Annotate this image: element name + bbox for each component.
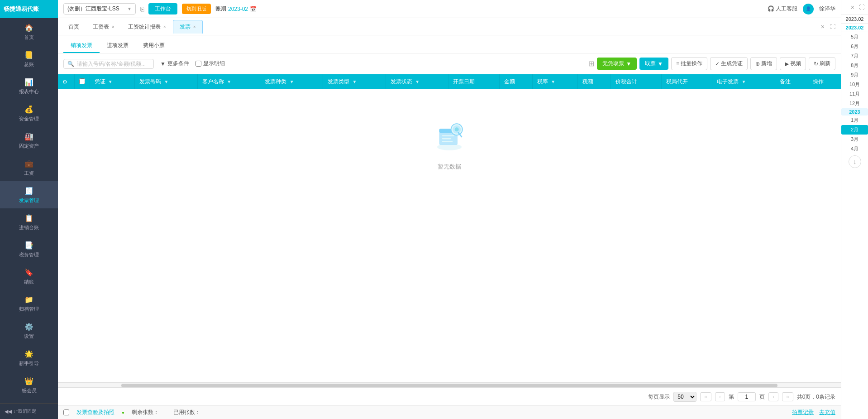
help-link[interactable]: 去充值 xyxy=(819,409,835,416)
copy-icon[interactable]: ⎘ xyxy=(140,5,144,13)
generate-voucher-button[interactable]: ✓ 生成凭证 xyxy=(710,57,748,70)
subtab-sales-invoice[interactable]: 销项发票 xyxy=(63,39,100,53)
tab-invoice-close[interactable]: × xyxy=(193,24,196,29)
sidebar-item-invoice[interactable]: 🧾 发票管理 xyxy=(0,181,58,208)
buy-link[interactable]: 拍票记录 xyxy=(792,409,814,416)
date-month-5[interactable]: 5月 xyxy=(841,32,868,42)
panel-expand-button[interactable]: ⛶ xyxy=(828,22,837,32)
refresh-label: 刷新 xyxy=(820,60,830,67)
refresh-button[interactable]: ↻ 刷新 xyxy=(809,57,835,70)
date-month-11[interactable]: 11月 xyxy=(841,89,868,99)
invoice-icon: 🧾 xyxy=(24,187,33,195)
prev-page-button[interactable]: ‹ xyxy=(715,392,725,401)
tab-home-label: 首页 xyxy=(68,23,79,31)
date-month-6[interactable]: 6月 xyxy=(841,42,868,51)
first-page-button[interactable]: « xyxy=(700,392,711,401)
date-month-2[interactable]: 2月 xyxy=(841,125,868,135)
tab-salary-table-close[interactable]: × xyxy=(112,24,114,29)
tabs-bar: 首页 工资表 × 工资统计报表 × 发票 × × ⛶ xyxy=(58,18,841,35)
no-voucher-button[interactable]: 无凭取票 ▼ xyxy=(597,58,637,70)
verify-checkbox[interactable] xyxy=(63,409,69,415)
date-sidebar-close[interactable]: × xyxy=(849,2,856,13)
tax-icon: 📑 xyxy=(24,241,33,250)
sidebar-item-settings[interactable]: ⚙️ 设置 xyxy=(0,317,58,344)
sidebar-item-member[interactable]: 👑 畅会员 xyxy=(0,371,58,399)
verify-label: 发票查验及拍照 xyxy=(76,409,114,416)
sidebar-logo: 畅捷通易代账 xyxy=(0,0,58,18)
subtab-expense-receipt[interactable]: 费用小票 xyxy=(136,39,172,53)
voucher-button[interactable]: 取票 ▼ xyxy=(639,58,668,70)
archive-icon: 📁 xyxy=(24,295,33,304)
sidebar-item-label: 新手引导 xyxy=(19,360,39,367)
table-container: ⚙ 凭证 ▼ 发票号码 ▼ 客户名称 ▼ 发票种类 ▼ 发票类型 ▼ 发票状态 … xyxy=(58,74,841,382)
headset-icon: 🎧 xyxy=(768,5,774,12)
sidebar-item-fixed[interactable]: 🏭 固定资产 xyxy=(0,127,58,154)
date-month-9[interactable]: 9月 xyxy=(841,70,868,80)
new-button[interactable]: ⊕ 新增 xyxy=(750,57,777,70)
tab-salary-table[interactable]: 工资表 × xyxy=(86,20,121,34)
date-month-4[interactable]: 4月 xyxy=(841,144,868,154)
user-service[interactable]: 🎧 人工客服 xyxy=(768,5,797,13)
video-label: 视频 xyxy=(790,60,801,67)
video-button[interactable]: ▶ 视频 xyxy=(780,57,806,70)
grid-settings-icon[interactable]: ⊞ xyxy=(588,59,594,68)
sidebar-item-reports[interactable]: 📊 报表中心 xyxy=(0,72,58,100)
date-sidebar-expand[interactable]: ⛶ xyxy=(857,2,866,13)
funds-icon: 💰 xyxy=(24,105,33,114)
col-total: 价税合计 xyxy=(610,74,661,89)
batch-op-button[interactable]: ≡ 批量操作 xyxy=(671,57,707,70)
reports-icon: 📊 xyxy=(24,78,33,87)
sidebar-item-home[interactable]: 🏠 首页 xyxy=(0,18,58,45)
sidebar-item-archive[interactable]: 📁 归档管理 xyxy=(0,290,58,317)
last-page-button[interactable]: » xyxy=(782,392,793,401)
tab-invoice[interactable]: 发票 × xyxy=(173,20,203,34)
sidebar-item-label: 结账 xyxy=(24,279,34,285)
subtab-purchase-invoice[interactable]: 进项发票 xyxy=(100,39,136,53)
logo-text: 畅捷通易代账 xyxy=(4,5,39,13)
tab-invoice-label: 发票 xyxy=(180,23,191,31)
workbench-button[interactable]: 工作台 xyxy=(148,3,177,14)
select-all-checkbox[interactable] xyxy=(79,78,85,84)
pin-toggle[interactable]: ◀◀ ↓↑取消固定 xyxy=(0,403,58,419)
page-size-select[interactable]: 50 10 20 100 xyxy=(673,392,696,402)
tab-salary-stats-close[interactable]: × xyxy=(163,24,166,29)
date-month-10[interactable]: 10月 xyxy=(841,80,868,89)
sidebar-item-label: 税务管理 xyxy=(19,251,39,258)
sidebar-item-guide[interactable]: 🌟 新手引导 xyxy=(0,344,58,371)
col-checkbox[interactable] xyxy=(74,74,90,89)
company-selector[interactable]: (勿删）江西股宝-LSS ▼ xyxy=(63,3,136,14)
show-detail-label: 显示明细 xyxy=(203,60,225,67)
sidebar-item-funds[interactable]: 💰 资金管理 xyxy=(0,100,58,127)
tab-home[interactable]: 首页 xyxy=(62,20,86,34)
sidebar-item-ledger[interactable]: 📒 总账 xyxy=(0,45,58,72)
date-month-8[interactable]: 8月 xyxy=(841,61,868,70)
avatar[interactable]: 👤 xyxy=(803,4,814,14)
next-page-button[interactable]: › xyxy=(768,392,778,401)
show-detail-check[interactable] xyxy=(196,61,201,67)
switch-version-button[interactable]: 切到旧版 xyxy=(182,4,211,14)
col-settings[interactable]: ⚙ xyxy=(58,74,74,89)
sidebar-item-sales[interactable]: 📋 进销台账 xyxy=(0,208,58,236)
date-scroll-down[interactable]: ↓ xyxy=(849,155,861,168)
page-number-input[interactable] xyxy=(738,392,756,401)
date-month-12[interactable]: 12月 xyxy=(841,99,868,108)
sidebar-item-salary[interactable]: 💼 工资 xyxy=(0,154,58,181)
date-month-1[interactable]: 1月 xyxy=(841,116,868,125)
show-detail-checkbox[interactable]: 显示明细 xyxy=(196,60,225,67)
search-box[interactable]: 🔍 xyxy=(63,59,154,69)
scrollbar-area[interactable] xyxy=(58,382,841,388)
subtab-sales-label: 销项发票 xyxy=(71,42,92,48)
filter-button[interactable]: ▼ 更多条件 xyxy=(157,58,192,69)
calendar-icon[interactable]: 📅 xyxy=(250,6,257,12)
sidebar-item-settle[interactable]: 🔖 结账 xyxy=(0,263,58,290)
total-records: 共0页，0条记录 xyxy=(797,393,835,401)
panel-close-button[interactable]: × xyxy=(819,21,826,32)
date-month-7[interactable]: 7月 xyxy=(841,51,868,61)
tab-salary-stats[interactable]: 工资统计报表 × xyxy=(121,20,173,34)
date-month-3[interactable]: 3月 xyxy=(841,135,868,144)
date-months-list: 5月 6月 7月 8月 9月 10月 11月 12月 2023 1月 2月 3月… xyxy=(841,32,868,419)
search-input[interactable] xyxy=(77,61,150,67)
sidebar-item-label: 工资 xyxy=(24,170,34,177)
settings-icon: ⚙️ xyxy=(24,323,33,331)
sidebar-item-tax[interactable]: 📑 税务管理 xyxy=(0,236,58,263)
